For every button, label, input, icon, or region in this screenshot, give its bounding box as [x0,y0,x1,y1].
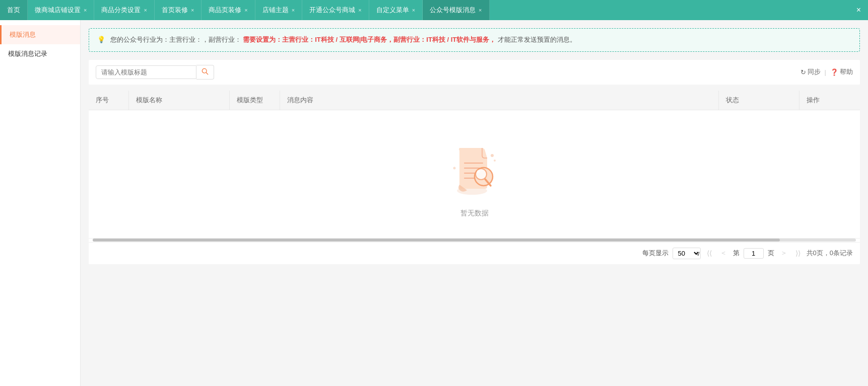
tab-item-5[interactable]: 店铺主题× [255,0,302,20]
svg-point-13 [453,167,455,169]
search-bar: ↻ 同步 | ❓ 帮助 [89,60,860,85]
page-size-label: 每页显示 [642,249,669,258]
notice-icon: 💡 [97,36,105,43]
main-layout: 模版消息模版消息记录 💡 您的公众号行业为：主营行业：，副营行业： 需要设置为：… [0,20,868,386]
col-header-status: 状态 [719,91,799,110]
tab-close-1[interactable]: × [84,7,87,13]
page-number-input[interactable] [744,248,764,259]
divider: | [825,68,826,76]
search-right: ↻ 同步 | ❓ 帮助 [800,67,853,76]
svg-point-11 [491,154,494,157]
help-button[interactable]: ❓ 帮助 [830,67,853,76]
notice-text1: 您的公众号行业为：主营行业：，副营行业： [110,36,241,43]
pagination: 每页显示 50 10 20 100 ∨ ⟨⟨ ＜ 第 页 ＞ ⟩⟩ 共0页，0条… [89,242,860,264]
col-header-seq: 序号 [89,91,129,110]
page-size-select[interactable]: 50 10 20 100 [673,248,701,259]
close-all-button[interactable]: × [849,6,868,15]
notice-highlight: 需要设置为：主营行业：IT科技 / 互联网|电子商务，副营行业：IT科技 / I… [243,36,496,43]
tab-close-3[interactable]: × [191,7,194,13]
prev-page-button[interactable]: ＜ [718,248,729,259]
refresh-icon: ↻ [800,68,806,76]
next-page-button[interactable]: ＞ [778,248,789,259]
empty-illustration [444,140,505,201]
table-container: 序号 模版名称 模版类型 消息内容 状态 操作 [89,91,860,264]
tab-close-5[interactable]: × [292,7,295,13]
tab-close-4[interactable]: × [244,7,247,13]
tab-item-0[interactable]: 首页 [0,0,28,20]
search-left [96,65,214,80]
sidebar-item-1[interactable]: 模版消息记录 [0,44,80,63]
help-label: 帮助 [840,67,853,76]
sidebar: 模版消息模版消息记录 [0,20,81,386]
empty-text: 暂无数据 [460,209,489,218]
total-info: 共0页，0条记录 [807,249,853,258]
table-header: 序号 模版名称 模版类型 消息内容 状态 操作 [89,91,860,110]
tab-close-8[interactable]: × [479,7,482,13]
search-input[interactable] [96,65,196,79]
col-header-type: 模版类型 [230,91,280,110]
tab-item-3[interactable]: 首页装修× [155,0,202,20]
scroll-thumb [93,239,780,242]
col-header-action: 操作 [799,91,860,110]
svg-point-8 [476,169,487,180]
tab-bar: 首页微商城店铺设置×商品分类设置×首页装修×商品页装修×店铺主题×开通公众号商城… [0,0,868,20]
tab-item-7[interactable]: 自定义菜单× [369,0,423,20]
page-label: 第 [733,249,740,258]
search-button[interactable] [196,65,214,80]
notice-text2: 才能正常发送预置的消息。 [498,36,576,43]
svg-point-10 [477,170,480,173]
col-header-name: 模版名称 [129,91,230,110]
tab-item-6[interactable]: 开通公众号商城× [302,0,369,20]
empty-state: 暂无数据 [89,110,860,238]
scroll-bar-area[interactable] [89,238,860,242]
help-icon: ❓ [830,68,838,76]
notice-box: 💡 您的公众号行业为：主营行业：，副营行业： 需要设置为：主营行业：IT科技 /… [89,28,860,52]
sidebar-item-0[interactable]: 模版消息 [0,25,80,44]
svg-line-1 [206,72,208,74]
tab-close-2[interactable]: × [144,7,147,13]
tab-item-4[interactable]: 商品页装修× [202,0,255,20]
first-page-button[interactable]: ⟨⟨ [705,248,714,258]
tab-item-8[interactable]: 公众号模版消息× [423,0,489,20]
tab-item-1[interactable]: 微商城店铺设置× [28,0,94,20]
svg-point-12 [494,160,496,162]
tab-item-2[interactable]: 商品分类设置× [94,0,154,20]
sync-label: 同步 [808,67,821,76]
col-header-content: 消息内容 [280,91,719,110]
page-unit: 页 [768,249,774,258]
tab-close-6[interactable]: × [358,7,361,13]
content-area: 💡 您的公众号行业为：主营行业：，副营行业： 需要设置为：主营行业：IT科技 /… [81,20,868,386]
scroll-track [93,239,856,242]
last-page-button[interactable]: ⟩⟩ [793,248,803,258]
sync-button[interactable]: ↻ 同步 [800,67,821,76]
tab-close-7[interactable]: × [412,7,415,13]
